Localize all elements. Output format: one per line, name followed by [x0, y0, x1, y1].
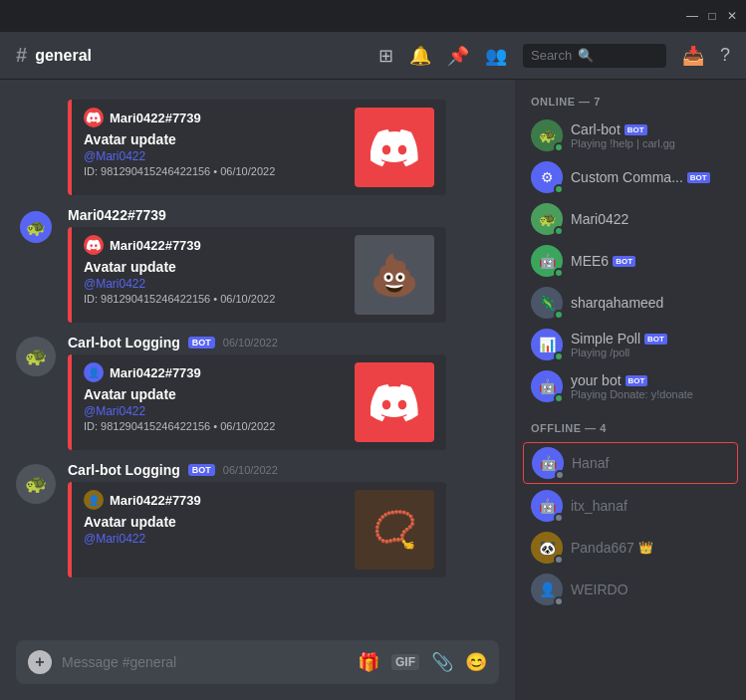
member-name-row: Simple Poll BOT: [571, 331, 667, 347]
embed: Mari0422#7739 Avatar update @Mari0422 ID…: [68, 100, 446, 195]
message-content: Mari0422#7739 Avatar update @Mari0422 ID…: [68, 100, 499, 195]
member-item-weirdo[interactable]: 👤 WEIRDO: [523, 570, 738, 609]
embed-title: Avatar update: [84, 131, 347, 147]
search-bar[interactable]: Search 🔍: [523, 44, 666, 68]
member-sub: Playing Donate: y!donate: [571, 388, 693, 400]
embed: 👤 Mari0422#7739 Avatar update @Mari0422 …: [68, 354, 446, 450]
input-icons: 🎁 GIF 📎 😊: [358, 651, 487, 673]
bot-badge-yourbot: BOT: [625, 375, 648, 386]
online-section-title: ONLINE — 7: [523, 96, 738, 108]
embed-author-avatar: [84, 235, 104, 255]
message-input-placeholder[interactable]: Message #general: [62, 654, 348, 670]
member-name: Hanaf: [572, 455, 609, 471]
member-avatar-wrapper: 👤: [531, 574, 563, 605]
member-name: WEIRDO: [571, 582, 628, 597]
embed-author-row: Mari0422#7739: [84, 108, 347, 127]
emoji-icon[interactable]: 😊: [465, 651, 487, 673]
member-info: your bot BOT Playing Donate: y!donate: [571, 372, 693, 400]
embed-author-row: Mari0422#7739: [84, 235, 347, 255]
channel-name: # general: [16, 44, 92, 67]
message-input[interactable]: + Message #general 🎁 GIF 📎 😊: [16, 640, 499, 684]
member-avatar-wrapper: 🐼: [531, 532, 563, 564]
header-actions: ⊞ 🔔 📌 👥 Search 🔍 📥 ?: [378, 44, 730, 68]
member-name: sharqahameed: [571, 295, 663, 311]
minimize-button[interactable]: —: [686, 10, 698, 22]
status-offline-dot: [555, 470, 565, 480]
member-name-row: Carl-bot BOT: [571, 121, 675, 137]
embed-title: Avatar update: [84, 386, 347, 402]
member-name: MEE6: [571, 253, 609, 269]
embed-author-name: Mari0422#7739: [110, 365, 201, 380]
member-item-itxhanaf[interactable]: 🤖 itx_hanaf: [523, 486, 738, 526]
embed: Mari0422#7739 Avatar update @Mari0422 ID…: [68, 227, 446, 323]
message-header: Carl-bot Logging BOT 06/10/2022: [68, 335, 499, 350]
member-name: Carl-bot: [571, 121, 621, 137]
message-group: 🐢 Carl-bot Logging BOT 06/10/2022 👤 Mari…: [0, 458, 515, 582]
member-name: Simple Poll: [571, 331, 640, 347]
embed-content: Mari0422#7739 Avatar update @Mari0422 ID…: [84, 235, 347, 315]
members-sidebar: ONLINE — 7 🐢 Carl-bot BOT Playing !help …: [515, 80, 746, 700]
status-online-dot: [554, 310, 564, 320]
status-online-dot: [554, 226, 564, 236]
message-timestamp: 06/10/2022: [223, 337, 278, 349]
embed-title: Avatar update: [84, 514, 347, 530]
embed-thumbnail-poop: 💩: [355, 235, 434, 315]
channel-hash-icon: #: [16, 44, 27, 67]
message-content: Mari0422#7739 Mari0422#7739: [68, 207, 499, 323]
gift-icon[interactable]: 🎁: [358, 651, 379, 673]
message-content: Carl-bot Logging BOT 06/10/2022 👤 Mari04…: [68, 462, 499, 578]
member-item-sharqa[interactable]: 🦎 sharqahameed: [523, 283, 738, 323]
maximize-button[interactable]: □: [706, 10, 718, 22]
add-attachment-button[interactable]: +: [28, 650, 52, 674]
messages-container[interactable]: Mari0422#7739 Avatar update @Mari0422 ID…: [0, 80, 515, 640]
member-avatar-wrapper: ⚙: [531, 161, 563, 193]
sticker-icon[interactable]: 📎: [431, 651, 453, 673]
message-group: 🐢 Carl-bot Logging BOT 06/10/2022 👤 Mari…: [0, 331, 515, 454]
member-sub: Playing !help | carl.gg: [571, 137, 675, 149]
member-item-yourbot[interactable]: 🤖 your bot BOT Playing Donate: y!donate: [523, 366, 738, 406]
member-avatar-wrapper: 🤖: [531, 245, 563, 277]
carlbot-avatar: 🐢: [16, 337, 56, 376]
member-avatar-wrapper: 🤖: [531, 490, 563, 522]
member-item-simplepoll[interactable]: 📊 Simple Poll BOT Playing /poll: [523, 325, 738, 364]
close-button[interactable]: ✕: [726, 10, 738, 22]
message-group: Mari0422#7739 Avatar update @Mari0422 ID…: [0, 96, 515, 199]
member-name: Panda667: [571, 540, 634, 556]
pinned-icon[interactable]: 📌: [447, 45, 469, 67]
gif-button[interactable]: GIF: [391, 654, 419, 670]
embed-thumbnail-bracelet: 📿: [355, 490, 434, 570]
bot-badge-customcmd: BOT: [687, 172, 710, 183]
member-item-panda667[interactable]: 🐼 Panda667 👑: [523, 528, 738, 568]
member-item-hanaf[interactable]: 🤖 Hanaf: [523, 442, 738, 484]
chat-area: Mari0422#7739 Avatar update @Mari0422 ID…: [0, 80, 515, 700]
member-item-mari0422[interactable]: 🐢 Mari0422: [523, 199, 738, 239]
member-avatar-wrapper: 🤖: [531, 370, 563, 402]
member-avatar-wrapper: 🐢: [531, 119, 563, 151]
member-item-mee6[interactable]: 🤖 MEE6 BOT: [523, 241, 738, 281]
inbox-icon[interactable]: 📥: [682, 45, 704, 67]
member-name: itx_hanaf: [571, 498, 627, 514]
embed-author-name: Mari0422#7739: [110, 493, 201, 508]
member-name: Mari0422: [571, 211, 628, 227]
threads-icon[interactable]: ⊞: [378, 45, 393, 67]
embed-content: Mari0422#7739 Avatar update @Mari0422 ID…: [84, 108, 347, 187]
member-item-customcommands[interactable]: ⚙ Custom Comma... BOT: [523, 157, 738, 197]
member-item-carlbot[interactable]: 🐢 Carl-bot BOT Playing !help | carl.gg: [523, 116, 738, 155]
embed-content: 👤 Mari0422#7739 Avatar update @Mari0422: [84, 490, 347, 570]
title-bar: — □ ✕: [0, 0, 746, 32]
embed-field-label: @Mari0422: [84, 404, 347, 418]
message-input-container: + Message #general 🎁 GIF 📎 😊: [0, 640, 515, 700]
notifications-icon[interactable]: 🔔: [409, 45, 431, 67]
embed-author-avatar: [84, 108, 104, 127]
status-offline-dot: [554, 513, 564, 523]
embed-author-row: 👤 Mari0422#7739: [84, 490, 347, 510]
embed-field-label: @Mari0422: [84, 532, 347, 546]
status-online-dot: [554, 142, 564, 152]
embed-thumbnail-discord: [355, 108, 434, 187]
members-icon[interactable]: 👥: [485, 45, 507, 67]
crown-icon: 👑: [638, 541, 653, 555]
embed: 👤 Mari0422#7739 Avatar update @Mari0422 …: [68, 482, 446, 578]
embed-thumbnail-discord-red: [355, 362, 434, 442]
status-offline-dot: [554, 555, 564, 565]
help-icon[interactable]: ?: [720, 45, 730, 66]
